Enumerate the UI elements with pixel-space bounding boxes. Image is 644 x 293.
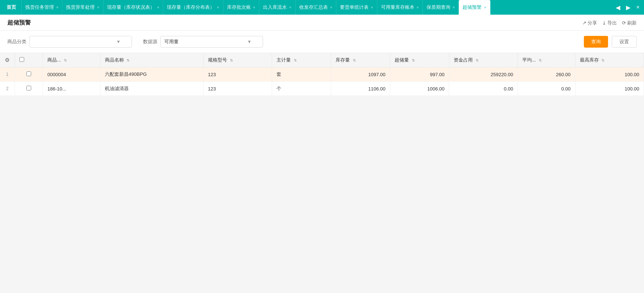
col-stock-label: 库存量 (336, 57, 350, 63)
category-select[interactable]: ▼ (29, 36, 132, 48)
sort-icon: ⇅ (601, 58, 604, 62)
nav-stock-status[interactable]: 现存量（库存状况表） × (103, 0, 163, 15)
nav-order-stats[interactable]: 要货单统计表 × (336, 0, 377, 15)
stock-qty: 1097.00 (331, 67, 390, 82)
row-index: 2 (0, 82, 15, 96)
nav-close-all[interactable]: × (633, 4, 643, 11)
filter-actions: 查询 设置 (584, 36, 637, 48)
sort-icon: ⇅ (353, 58, 356, 62)
col-unit[interactable]: 主计量 ⇅ (272, 53, 331, 67)
col-unit-label: 主计量 (277, 57, 291, 63)
col-avg[interactable]: 平均... ⇅ (518, 53, 575, 67)
row-checkbox-cell[interactable] (15, 82, 43, 96)
row-index: 1 (0, 67, 15, 82)
table-row: 1 0000004 六配套新昌490BPG 123 套 1097.00 997.… (0, 67, 644, 82)
sort-icon: ⇅ (412, 58, 415, 62)
row-checkbox[interactable] (26, 86, 31, 90)
avg-value: 0.00 (518, 82, 575, 96)
data-table: ⚙ 商品... ⇅ 商品名称 ⇅ 规格型号 ⇅ 主计量 (0, 53, 644, 96)
capital-occupation: 0.00 (449, 82, 517, 96)
col-spec-label: 规格型号 (208, 57, 227, 63)
close-icon[interactable]: × (289, 5, 291, 10)
col-capital[interactable]: 资金占用 ⇅ (449, 53, 517, 67)
row-checkbox[interactable] (26, 71, 31, 76)
refresh-icon: ⟳ (622, 20, 626, 26)
close-icon[interactable]: × (417, 5, 419, 10)
product-code: 186-10... (43, 82, 100, 96)
top-navigation: 首页 拣货任务管理 × 拣货异常处理 × 现存量（库存状况表） × 现存量（库存… (0, 0, 644, 15)
col-settings[interactable]: ⚙ (0, 53, 15, 67)
nav-available-stock[interactable]: 可用量库存账本 × (377, 0, 423, 15)
nav-summary[interactable]: 收发存汇总表 × (296, 0, 336, 15)
datasource-select[interactable]: 可用量 ▼ (160, 36, 263, 48)
nav-prev-arrow[interactable]: ◀ (613, 4, 623, 11)
query-button[interactable]: 查询 (584, 36, 608, 48)
col-spec[interactable]: 规格型号 ⇅ (204, 53, 272, 67)
nav-next-arrow[interactable]: ▶ (623, 4, 633, 11)
close-icon[interactable]: × (56, 5, 58, 10)
export-icon: ⤓ (602, 20, 606, 26)
page-title: 超储预警 (7, 19, 31, 27)
col-stock[interactable]: 库存量 ⇅ (331, 53, 390, 67)
page-header: 超储预警 ↗ 分享 ⤓ 导出 ⟳ 刷新 (0, 15, 644, 31)
close-icon[interactable]: × (217, 5, 219, 10)
datasource-label: 数据源 (143, 38, 157, 45)
product-unit: 个 (272, 82, 331, 96)
stock-qty: 1106.00 (331, 82, 390, 96)
col-max-stock[interactable]: 最高库存 ⇅ (575, 53, 644, 67)
sort-icon: ⇅ (539, 58, 542, 62)
product-name: 机油滤清器 (100, 82, 203, 96)
nav-home[interactable]: 首页 (1, 0, 22, 15)
sort-icon: ⇅ (127, 58, 129, 62)
table-row: 2 186-10... 机油滤清器 123 个 1106.00 1006.00 … (0, 82, 644, 96)
close-icon[interactable]: × (157, 5, 159, 10)
header-actions: ↗ 分享 ⤓ 导出 ⟳ 刷新 (582, 20, 637, 26)
nav-stock-dist[interactable]: 现存量（库存分布表） × (163, 0, 223, 15)
category-filter: 商品分类 ▼ (7, 36, 132, 48)
col-max-stock-label: 最高库存 (580, 57, 599, 63)
nav-scroll-arrows: ◀ ▶ × (613, 4, 643, 11)
product-spec: 123 (204, 82, 272, 96)
chevron-down-icon: ▼ (247, 39, 252, 44)
col-checkbox[interactable] (15, 53, 43, 67)
close-icon[interactable]: × (330, 5, 332, 10)
settings-button[interactable]: 设置 (612, 36, 637, 48)
close-icon[interactable]: × (253, 5, 255, 10)
sort-icon: ⇅ (64, 58, 67, 62)
datasource-value: 可用量 (164, 38, 179, 45)
col-product-code-label: 商品... (47, 57, 61, 63)
over-stock-qty: 1006.00 (390, 82, 449, 96)
col-over-stock[interactable]: 超储量 ⇅ (390, 53, 449, 67)
row-checkbox-cell[interactable] (15, 67, 43, 82)
export-button[interactable]: ⤓ 导出 (602, 20, 617, 26)
col-product-name[interactable]: 商品名称 ⇅ (100, 53, 203, 67)
refresh-button[interactable]: ⟳ 刷新 (622, 20, 637, 26)
nav-flow[interactable]: 出入库流水 × (259, 0, 295, 15)
sort-icon: ⇅ (230, 58, 233, 62)
close-icon[interactable]: × (484, 5, 486, 10)
nav-over-stock[interactable]: 超储预警 × (459, 0, 490, 15)
share-icon: ↗ (582, 20, 586, 26)
close-icon[interactable]: × (371, 5, 373, 10)
col-product-code[interactable]: 商品... ⇅ (43, 53, 100, 67)
filter-row: 商品分类 ▼ 数据源 可用量 ▼ 查询 设置 (0, 31, 644, 53)
select-all-checkbox[interactable] (19, 57, 24, 62)
close-icon[interactable]: × (97, 5, 99, 10)
capital-occupation: 259220.00 (449, 67, 517, 82)
col-over-stock-label: 超储量 (395, 57, 409, 63)
close-icon[interactable]: × (453, 5, 455, 10)
col-product-name-label: 商品名称 (105, 57, 124, 63)
data-table-container: ⚙ 商品... ⇅ 商品名称 ⇅ 规格型号 ⇅ 主计量 (0, 53, 644, 96)
col-avg-label: 平均... (522, 57, 536, 63)
nav-expiry[interactable]: 保质期查询 × (423, 0, 459, 15)
share-button[interactable]: ↗ 分享 (582, 20, 597, 26)
datasource-filter: 数据源 可用量 ▼ (143, 36, 263, 48)
nav-pick-exception[interactable]: 拣货异常处理 × (62, 0, 103, 15)
nav-pick-task[interactable]: 拣货任务管理 × (22, 0, 62, 15)
nav-batch-account[interactable]: 库存批次账 × (223, 0, 259, 15)
col-capital-label: 资金占用 (454, 57, 473, 63)
sort-icon: ⇅ (294, 58, 297, 62)
max-stock: 100.00 (575, 82, 644, 96)
avg-value: 260.00 (518, 67, 575, 82)
product-spec: 123 (204, 67, 272, 82)
